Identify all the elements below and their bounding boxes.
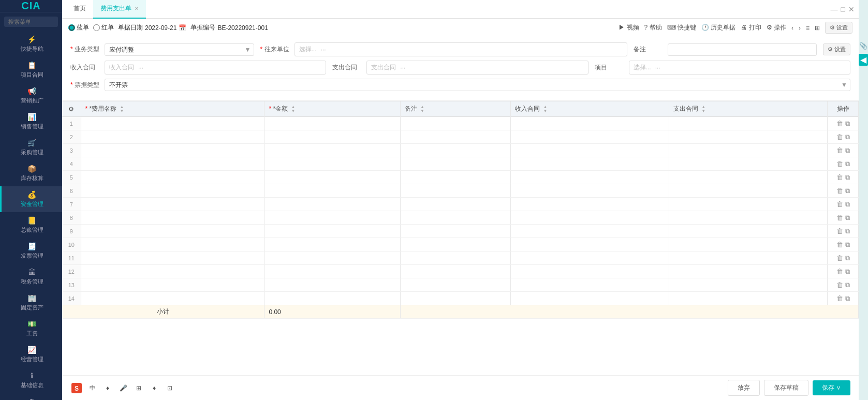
table-cell-remark[interactable]: [400, 157, 510, 171]
table-cell-expense-contract[interactable]: [669, 184, 828, 198]
table-cell-remark[interactable]: [400, 117, 510, 130]
settings-button[interactable]: ⚙ 设置: [825, 22, 852, 34]
table-cell-expense-contract[interactable]: [669, 292, 828, 305]
discard-button[interactable]: 放弃: [728, 380, 760, 396]
delete-row-icon[interactable]: 🗑: [836, 241, 843, 248]
table-cell-remark[interactable]: [400, 171, 510, 184]
table-cell-income-contract[interactable]: [511, 117, 669, 130]
table-cell-remark[interactable]: [400, 251, 510, 265]
sidebar-item-payroll[interactable]: 💵 工资: [0, 316, 62, 342]
sidebar-item-operations-management[interactable]: 📈 经营管理: [0, 342, 62, 367]
table-cell-expense-contract[interactable]: [669, 198, 828, 211]
copy-row-icon[interactable]: ⧉: [845, 268, 850, 276]
table-cell-amount[interactable]: [264, 211, 400, 225]
project-dots-icon[interactable]: ···: [655, 64, 660, 71]
remark-sort-icon[interactable]: ▲▼: [420, 105, 424, 113]
table-cell-remark[interactable]: [400, 130, 510, 144]
copy-row-icon[interactable]: ⧉: [845, 241, 850, 249]
copy-row-icon[interactable]: ⧉: [845, 187, 850, 195]
copy-row-icon[interactable]: ⧉: [845, 227, 850, 235]
project-input-wrapper[interactable]: 选择... ···: [629, 61, 850, 75]
bottom-icon-box[interactable]: ⊡: [164, 382, 176, 394]
income-contract-dots-icon[interactable]: ···: [138, 64, 143, 71]
remark-input[interactable]: [668, 43, 817, 56]
sidebar-item-purchase-management[interactable]: 🛒 采购管理: [0, 135, 62, 160]
table-cell-expense-name[interactable]: [81, 117, 264, 130]
business-type-select[interactable]: 应付调整: [105, 43, 254, 56]
table-cell-income-contract[interactable]: [511, 238, 669, 251]
bottom-icon-diamond2[interactable]: ♦: [148, 382, 160, 394]
shortcut-btn[interactable]: ⌨ 快捷键: [667, 23, 696, 32]
table-cell-expense-contract[interactable]: [669, 130, 828, 144]
red-bill-radio[interactable]: 红单: [93, 23, 114, 32]
delete-row-icon[interactable]: 🗑: [836, 133, 843, 141]
table-cell-amount[interactable]: [264, 198, 400, 211]
table-cell-remark[interactable]: [400, 265, 510, 278]
sidebar-item-inventory-accounting[interactable]: 📦 库存核算: [0, 160, 62, 186]
invoice-type-select[interactable]: 不开票: [105, 79, 850, 91]
copy-row-icon[interactable]: ⧉: [845, 120, 850, 128]
copy-row-icon[interactable]: ⧉: [845, 254, 850, 262]
table-cell-amount[interactable]: [264, 144, 400, 157]
bottom-icon-diamond[interactable]: ♦: [101, 382, 114, 394]
sidebar-item-basic-info[interactable]: ℹ 基础信息: [0, 367, 62, 393]
table-cell-income-contract[interactable]: [511, 278, 669, 292]
nav-next-btn[interactable]: ›: [799, 24, 801, 32]
sidebar-item-tax-management[interactable]: 🏛 税务管理: [0, 264, 62, 290]
table-cell-amount[interactable]: [264, 278, 400, 292]
bottom-icon-mic[interactable]: 🎤: [117, 382, 129, 394]
table-cell-amount[interactable]: [264, 117, 400, 130]
copy-row-icon[interactable]: ⧉: [845, 133, 850, 141]
table-cell-expense-contract[interactable]: [669, 225, 828, 238]
table-cell-expense-contract[interactable]: [669, 251, 828, 265]
tab-close-icon[interactable]: ✕: [135, 6, 139, 11]
table-gear-header[interactable]: ⚙: [62, 101, 81, 117]
table-cell-expense-name[interactable]: [81, 171, 264, 184]
table-cell-income-contract[interactable]: [511, 157, 669, 171]
blue-bill-radio-input[interactable]: [68, 24, 75, 31]
table-cell-income-contract[interactable]: [511, 251, 669, 265]
table-cell-expense-name[interactable]: [81, 198, 264, 211]
delete-row-icon[interactable]: 🗑: [836, 294, 843, 302]
table-cell-expense-contract[interactable]: [669, 265, 828, 278]
income-contract-sort-icon[interactable]: ▲▼: [543, 105, 547, 113]
table-cell-remark[interactable]: [400, 292, 510, 305]
table-cell-expense-name[interactable]: [81, 211, 264, 225]
table-cell-expense-name[interactable]: [81, 278, 264, 292]
table-cell-expense-contract[interactable]: [669, 278, 828, 292]
sidebar-item-quick-nav[interactable]: ⚡ 快捷导航: [0, 31, 62, 57]
table-cell-expense-name[interactable]: [81, 265, 264, 278]
window-close-icon[interactable]: ✕: [848, 5, 855, 13]
delete-row-icon[interactable]: 🗑: [836, 254, 843, 262]
table-cell-expense-name[interactable]: [81, 238, 264, 251]
action-btn[interactable]: ⚙ 操作: [767, 23, 786, 32]
amount-sort-icon[interactable]: ▲▼: [291, 105, 295, 113]
delete-row-icon[interactable]: 🗑: [836, 173, 843, 181]
table-cell-amount[interactable]: [264, 225, 400, 238]
bottom-icon-s[interactable]: S: [70, 382, 83, 394]
bottom-icon-grid[interactable]: ⊞: [133, 382, 145, 394]
table-cell-income-contract[interactable]: [511, 292, 669, 305]
sidebar-item-fixed-assets[interactable]: 🏢 固定资产: [0, 290, 62, 316]
save-button[interactable]: 保存 ∨: [813, 380, 850, 395]
blue-bill-radio[interactable]: 蓝单: [68, 23, 89, 32]
sidebar-item-system-management[interactable]: ⚙ 系统管理: [0, 393, 62, 400]
delete-row-icon[interactable]: 🗑: [836, 268, 843, 275]
expense-contract-dots-icon[interactable]: ···: [400, 64, 405, 71]
bottom-icon-middle[interactable]: 中: [86, 382, 98, 394]
sidebar-item-sales-management[interactable]: 📊 销售管理: [0, 109, 62, 135]
doc-no-value[interactable]: BE-20220921-001: [217, 24, 268, 32]
table-cell-income-contract[interactable]: [511, 130, 669, 144]
table-cell-remark[interactable]: [400, 238, 510, 251]
table-cell-amount[interactable]: [264, 171, 400, 184]
copy-row-icon[interactable]: ⧉: [845, 146, 850, 155]
sidebar-item-capital-management[interactable]: 💰 资金管理: [0, 186, 62, 212]
table-cell-amount[interactable]: [264, 265, 400, 278]
right-panel-toggle-icon[interactable]: 📎: [860, 41, 867, 50]
table-cell-expense-name[interactable]: [81, 225, 264, 238]
table-cell-expense-contract[interactable]: [669, 157, 828, 171]
sidebar-item-invoice-management[interactable]: 🧾 发票管理: [0, 238, 62, 264]
save-draft-button[interactable]: 保存草稿: [764, 380, 808, 396]
tab-home[interactable]: 首页: [66, 0, 93, 19]
table-cell-income-contract[interactable]: [511, 198, 669, 211]
